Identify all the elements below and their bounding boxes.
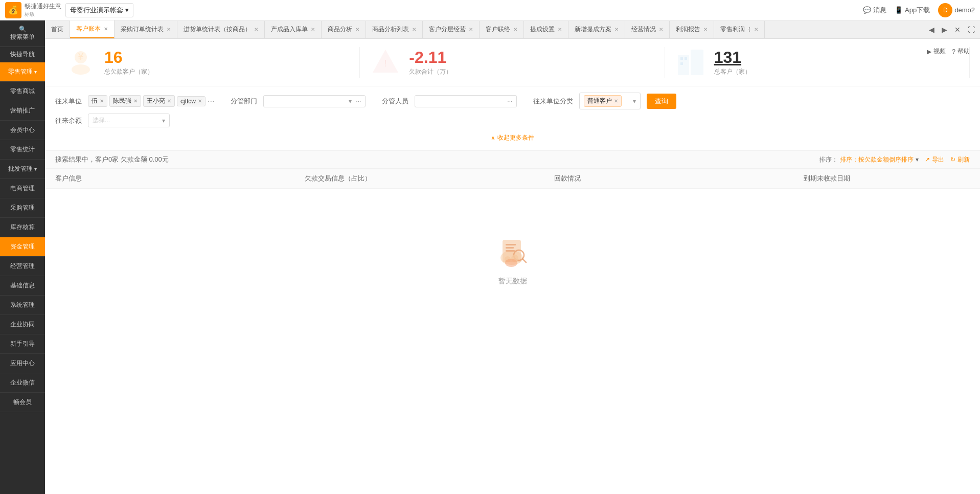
tab-customer-account[interactable]: 客户账本 ✕ bbox=[70, 20, 115, 38]
sidebar-item-vip-member[interactable]: 畅会员 bbox=[0, 393, 45, 412]
remove-tag-cjttcw[interactable]: ✕ bbox=[198, 98, 202, 104]
sidebar-item-inventory[interactable]: 库存核算 bbox=[0, 218, 45, 237]
sidebar-item-marketing[interactable]: 营销推广 bbox=[0, 101, 45, 121]
tab-stock-stats[interactable]: 进货单统计表（按商品） ✕ bbox=[177, 21, 265, 38]
remove-tag-wu[interactable]: ✕ bbox=[100, 98, 104, 104]
message-button[interactable]: 💬 消息 bbox=[863, 6, 886, 15]
tab-retail-profit[interactable]: 零售利润（ ✕ bbox=[714, 21, 765, 38]
sidebar-item-enterprise-collab[interactable]: 企业协同 bbox=[0, 315, 45, 334]
filter-category-select[interactable]: 普通客户 ✕ ▾ bbox=[579, 93, 641, 109]
chevron-down-icon: ▾ bbox=[34, 69, 37, 75]
sidebar-item-retail-mall[interactable]: 零售商城 bbox=[0, 82, 45, 101]
top-bar-right: 💬 消息 📱 App下载 D demo2 bbox=[863, 3, 975, 17]
sidebar-item-operations[interactable]: 经营管理 bbox=[0, 257, 45, 276]
help-button[interactable]: ? 帮助 bbox=[952, 47, 970, 56]
filter-tag-cjttcw: cjttcw ✕ bbox=[177, 96, 206, 106]
ellipsis-icon: ··· bbox=[507, 98, 512, 105]
tab-customer-tier[interactable]: 客户分层经营 ✕ bbox=[423, 21, 480, 38]
phone-icon: 📱 bbox=[895, 6, 903, 14]
svg-text:¥: ¥ bbox=[77, 51, 84, 62]
chevron-down-icon: ▾ bbox=[162, 117, 165, 124]
collapse-button[interactable]: ∧ 收起更多条件 bbox=[491, 133, 534, 142]
remove-tag-ordinary[interactable]: ✕ bbox=[614, 98, 618, 104]
remove-tag-chen[interactable]: ✕ bbox=[133, 98, 138, 104]
tab-close-customer-account[interactable]: ✕ bbox=[104, 26, 108, 32]
tab-home[interactable]: 首页 bbox=[45, 21, 70, 38]
tab-production[interactable]: 产成品入库单 ✕ bbox=[265, 21, 322, 38]
ellipsis-icon: ··· bbox=[356, 98, 361, 105]
stat-label-customers: 总欠款客户（家） bbox=[104, 68, 153, 76]
tab-close-stock-stats[interactable]: ✕ bbox=[254, 27, 258, 32]
sidebar-item-finance[interactable]: 资金管理 bbox=[0, 237, 45, 257]
sidebar-item-enterprise-wechat[interactable]: 企业微信 bbox=[0, 373, 45, 393]
tab-goods-analysis[interactable]: 商品分析 ✕ bbox=[322, 21, 366, 38]
tab-close-goods-analysis[interactable]: ✕ bbox=[355, 27, 359, 32]
tab-customer-contact[interactable]: 客户联络 ✕ bbox=[480, 21, 524, 38]
tab-close-customer-contact[interactable]: ✕ bbox=[513, 27, 517, 32]
sidebar-item-system[interactable]: 系统管理 bbox=[0, 296, 45, 315]
tab-next-button[interactable]: ▶ bbox=[939, 24, 950, 36]
store-selector[interactable]: 母婴行业演示帐套 ▾ bbox=[65, 3, 133, 17]
tab-close-new-promotion[interactable]: ✕ bbox=[614, 27, 619, 32]
sidebar-item-batch-mgmt[interactable]: 批发管理 ▾ bbox=[0, 160, 45, 179]
video-help-button[interactable]: ▶ 视频 bbox=[927, 47, 946, 56]
tab-goods-analysis-list[interactable]: 商品分析列表 ✕ bbox=[366, 21, 423, 38]
svg-line-16 bbox=[522, 259, 526, 262]
sidebar-item-members[interactable]: 会员中心 bbox=[0, 121, 45, 140]
tab-profit-report[interactable]: 利润报告 ✕ bbox=[670, 21, 714, 38]
search-icon: 🔍 bbox=[19, 26, 27, 33]
tab-purchase-order[interactable]: 采购订单统计表 ✕ bbox=[115, 21, 177, 38]
tab-close-all-button[interactable]: ✕ bbox=[951, 24, 964, 36]
tab-close-customer-tier[interactable]: ✕ bbox=[469, 27, 473, 32]
tab-close-purchase-order[interactable]: ✕ bbox=[167, 27, 171, 32]
svg-rect-6 bbox=[691, 50, 703, 75]
top-bar: 💰 畅捷通好生意 标版 母婴行业演示帐套 ▾ 💬 消息 📱 App下载 D de… bbox=[0, 0, 980, 20]
tab-promotion-settings[interactable]: 提成设置 ✕ bbox=[524, 21, 568, 38]
table-header-debt: 欠款交易信息（占比） bbox=[305, 174, 554, 183]
refresh-button[interactable]: ↻ 刷新 bbox=[950, 155, 970, 164]
sidebar-item-basic-info[interactable]: 基础信息 bbox=[0, 276, 45, 296]
sort-select[interactable]: 排序： 排序：按欠款金额倒序排序 ▾ bbox=[819, 155, 919, 164]
tab-close-profit-report[interactable]: ✕ bbox=[703, 27, 708, 32]
app-download-button[interactable]: 📱 App下载 bbox=[895, 6, 930, 15]
tab-prev-button[interactable]: ◀ bbox=[926, 24, 938, 36]
result-actions: 排序： 排序：按欠款金额倒序排序 ▾ ↗ 导出 ↻ 刷新 bbox=[819, 155, 970, 164]
tab-close-goods-analysis-list[interactable]: ✕ bbox=[412, 27, 416, 32]
export-button[interactable]: ↗ 导出 bbox=[925, 155, 944, 164]
sidebar-item-ecommerce[interactable]: 电商管理 bbox=[0, 179, 45, 198]
tab-new-promotion[interactable]: 新增提成方案 ✕ bbox=[568, 21, 625, 38]
filter-balance-select[interactable]: 选择... ▾ bbox=[88, 114, 170, 127]
stat-values-total: 131 总客户（家） bbox=[714, 49, 751, 76]
user-menu[interactable]: D demo2 bbox=[938, 3, 975, 17]
tab-close-promotion-settings[interactable]: ✕ bbox=[558, 27, 562, 32]
sidebar-item-retail-mgmt[interactable]: 零售管理 ▾ bbox=[0, 62, 45, 82]
tab-close-retail-profit[interactable]: ✕ bbox=[754, 27, 758, 32]
data-table: 客户信息 欠款交易信息（占比） 回款情况 到期未收款日期 bbox=[45, 169, 980, 327]
table-header-customer: 客户信息 bbox=[55, 174, 305, 183]
stat-help-area: ▶ 视频 ? 帮助 bbox=[927, 47, 970, 56]
sidebar-quick-nav[interactable]: 快捷导航 bbox=[0, 47, 45, 62]
filter-person-select[interactable]: ··· bbox=[415, 95, 517, 107]
query-button[interactable]: 查询 bbox=[647, 94, 676, 109]
tab-close-business-status[interactable]: ✕ bbox=[659, 27, 663, 32]
tab-close-production[interactable]: ✕ bbox=[311, 27, 315, 32]
empty-state: 暂无数据 bbox=[45, 189, 980, 327]
remove-tag-wang[interactable]: ✕ bbox=[167, 98, 171, 104]
tab-maximize-button[interactable]: ⛶ bbox=[965, 24, 978, 36]
filter-department-label: 分管部门 bbox=[231, 97, 257, 106]
sidebar-item-app-center[interactable]: 应用中心 bbox=[0, 354, 45, 373]
filter-department-select[interactable]: ▾ ··· bbox=[263, 95, 366, 107]
chevron-down-icon: ▾ bbox=[34, 166, 37, 172]
sidebar-search[interactable]: 🔍 搜索菜单 bbox=[0, 20, 45, 47]
filter-more-tags[interactable]: ··· bbox=[208, 97, 214, 106]
sidebar-item-new-guide[interactable]: 新手引导 bbox=[0, 334, 45, 354]
video-icon: ▶ bbox=[927, 48, 931, 55]
filter-area: 往来单位 伍 ✕ 陈民强 ✕ 王小亮 ✕ bbox=[45, 86, 980, 151]
stat-icon-customers: ¥ bbox=[65, 47, 96, 78]
sidebar-item-retail-stats[interactable]: 零售统计 bbox=[0, 140, 45, 160]
tab-business-status[interactable]: 经营情况 ✕ bbox=[625, 21, 670, 38]
sidebar-item-purchase[interactable]: 采购管理 bbox=[0, 198, 45, 218]
top-bar-left: 💰 畅捷通好生意 标版 母婴行业演示帐套 ▾ bbox=[5, 2, 133, 18]
table-header-recovery: 回款情况 bbox=[554, 174, 804, 183]
stat-total-owed-customers: ¥ 16 总欠款客户（家） bbox=[55, 47, 360, 78]
